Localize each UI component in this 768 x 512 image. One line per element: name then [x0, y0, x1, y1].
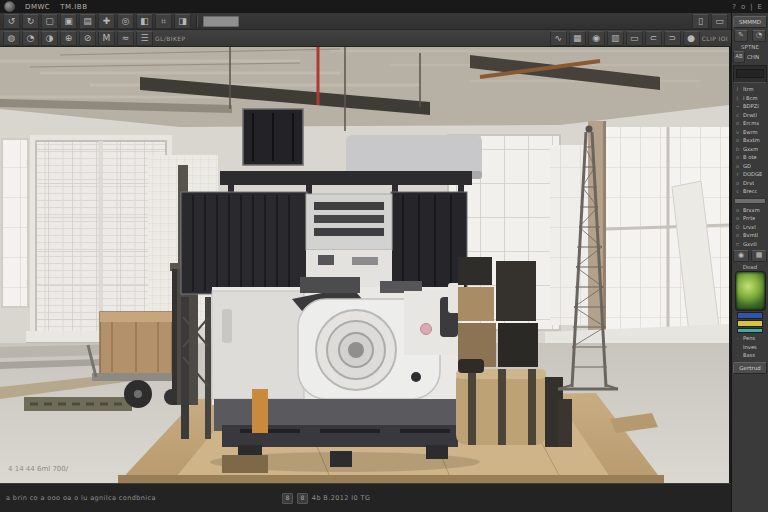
- render-icon[interactable]: ●: [683, 31, 700, 46]
- color-stripe-blue[interactable]: [737, 312, 763, 319]
- status-bar: a brin co a ooo oa o lu agnilca condbnic…: [0, 483, 731, 512]
- panel-row[interactable]: oErcmx: [733, 119, 767, 128]
- panel-row[interactable]: oBrxxm: [733, 206, 767, 215]
- menubar-glyph-2[interactable]: o: [741, 3, 745, 11]
- panel-row[interactable]: ⊂Gxvtl: [733, 240, 767, 249]
- panel-row[interactable]: oPrrte: [733, 214, 767, 223]
- status-left-text: a brin co a ooo oa o lu agnilca condbnic…: [6, 494, 156, 502]
- modify-icon[interactable]: ◔: [752, 30, 766, 42]
- row-label: BDPZI: [743, 103, 759, 109]
- row-bullet-icon: o: [734, 180, 741, 186]
- keyboard-icon[interactable]: ▭: [711, 14, 728, 29]
- panel-row[interactable]: oBvmtl: [733, 231, 767, 240]
- align-icon[interactable]: ≈: [117, 31, 134, 46]
- reference-grid-icon[interactable]: ⌗: [155, 14, 172, 29]
- spinner-snap-icon[interactable]: ⊕: [60, 31, 77, 46]
- material-preview-thumbnail[interactable]: [735, 271, 766, 311]
- panel-big-button[interactable]: Gertrud: [733, 362, 767, 374]
- rollout-list-2: oGDrDODGEoDrvtcBrecc: [733, 162, 767, 196]
- rotate-icon[interactable]: ◎: [117, 14, 134, 29]
- spinner-b-button[interactable]: ▦: [751, 250, 767, 262]
- row-bullet-icon: o: [734, 215, 741, 221]
- app-logo-icon[interactable]: [4, 1, 15, 12]
- status-icon-2[interactable]: 8: [297, 493, 308, 504]
- row-label: DODGE: [743, 171, 762, 177]
- percent-snap-icon[interactable]: ◑: [41, 31, 58, 46]
- curve-editor-icon[interactable]: ∿: [550, 31, 567, 46]
- row-label: Brecc: [743, 188, 757, 194]
- menubar-glyph-3[interactable]: |: [750, 3, 752, 11]
- toolbar2-left-group: ◍◔◑⊕⊘M≈☰: [3, 31, 153, 46]
- color-stripe-yellow[interactable]: [737, 320, 763, 327]
- pin-icon[interactable]: ▯: [692, 14, 709, 29]
- select-by-name-icon[interactable]: ▣: [60, 14, 77, 29]
- mirror-tool-icon[interactable]: M: [98, 31, 115, 46]
- snap-toggle-icon[interactable]: ◍: [3, 31, 20, 46]
- modifier-stack[interactable]: [733, 65, 767, 83]
- panel-row[interactable]: oDrvt: [733, 179, 767, 188]
- panel-row[interactable]: (i Bcm: [733, 94, 767, 103]
- panel-row[interactable]: ·Inves: [733, 343, 767, 352]
- row-label: Ercmx: [743, 120, 759, 126]
- rectangle-region-icon[interactable]: ▤: [79, 14, 96, 29]
- object-name-label: CHN: [747, 54, 759, 60]
- panel-row[interactable]: ·Bass: [733, 351, 767, 360]
- rendered-frame-icon[interactable]: ▭: [626, 31, 643, 46]
- edit-named-selection-icon[interactable]: ⊘: [79, 31, 96, 46]
- undo-icon[interactable]: ↺: [3, 14, 20, 29]
- toolbar-separator: [196, 15, 198, 27]
- menubar-glyph-1[interactable]: ?: [732, 3, 736, 11]
- menu-item-1[interactable]: DMWC: [25, 3, 50, 11]
- panel-row[interactable]: ⌇ltrm: [733, 85, 767, 94]
- spinner-a-button[interactable]: ◉: [733, 250, 749, 262]
- panel-row[interactable]: cBrecc: [733, 187, 767, 196]
- select-icon[interactable]: ▢: [41, 14, 58, 29]
- panel-row[interactable]: ·Pens: [733, 334, 767, 343]
- link-icon[interactable]: ⊂: [645, 31, 662, 46]
- render-viewport[interactable]: 4 14 44 6ml 700/: [0, 47, 731, 483]
- status-icon-1[interactable]: 8: [282, 493, 293, 504]
- redo-icon[interactable]: ↻: [22, 14, 39, 29]
- mirror-icon[interactable]: ◨: [174, 14, 191, 29]
- panel-button-pair: ◉▦: [733, 250, 767, 262]
- row-label: Pens: [743, 335, 755, 341]
- panel-row[interactable]: rDODGE: [733, 170, 767, 179]
- schematic-view-icon[interactable]: ▦: [569, 31, 586, 46]
- menu-item-2[interactable]: TM.IBB: [60, 3, 87, 11]
- panel-row[interactable]: bGxxm: [733, 145, 767, 154]
- panel-row[interactable]: oBxxtm: [733, 136, 767, 145]
- panel-row[interactable]: ~BDPZI: [733, 102, 767, 111]
- angle-snap-icon[interactable]: ◔: [22, 31, 39, 46]
- panel-row[interactable]: vEwrm: [733, 128, 767, 137]
- move-icon[interactable]: ✚: [98, 14, 115, 29]
- panel-row[interactable]: oGD: [733, 162, 767, 171]
- row-bullet-icon: ⊂: [734, 241, 741, 247]
- viewport-floor-annotation: 4 14 44 6ml 700/: [8, 465, 69, 473]
- row-bullet-icon: ·: [734, 352, 741, 358]
- menubar-glyph-4[interactable]: E: [758, 3, 762, 11]
- status-center-text: 4b B.2012 I0 TG: [312, 494, 371, 502]
- panel-row[interactable]: oB ote: [733, 153, 767, 162]
- row-label: Prrte: [743, 215, 755, 221]
- material-label: Dead: [733, 264, 767, 270]
- material-editor-icon[interactable]: ◉: [588, 31, 605, 46]
- row-label: i Bcm: [743, 95, 758, 101]
- panel-row[interactable]: OLrvxl: [733, 223, 767, 232]
- panel-object-combo[interactable]: AB CHN: [733, 51, 767, 63]
- layer-manager-icon[interactable]: ☰: [136, 31, 153, 46]
- row-label: Gxvtl: [743, 241, 757, 247]
- toolbar2-left-text: GL/BIKEP: [155, 35, 185, 42]
- panel-row[interactable]: cDrwtl: [733, 111, 767, 120]
- row-bullet-icon: ·: [734, 335, 741, 341]
- render-setup-icon[interactable]: ▥: [607, 31, 624, 46]
- toolbar-flat-button[interactable]: [203, 16, 239, 27]
- panel-top-button[interactable]: SMMMD: [733, 16, 767, 28]
- scale-icon[interactable]: ◧: [136, 14, 153, 29]
- row-bullet-icon: r: [734, 171, 741, 177]
- color-stripe-teal[interactable]: [737, 328, 763, 333]
- create-icon[interactable]: ✎: [734, 30, 748, 42]
- row-label: Brxxm: [743, 207, 760, 213]
- row-bullet-icon: o: [734, 154, 741, 160]
- row-bullet-icon: v: [734, 129, 741, 135]
- unlink-icon[interactable]: ⊃: [664, 31, 681, 46]
